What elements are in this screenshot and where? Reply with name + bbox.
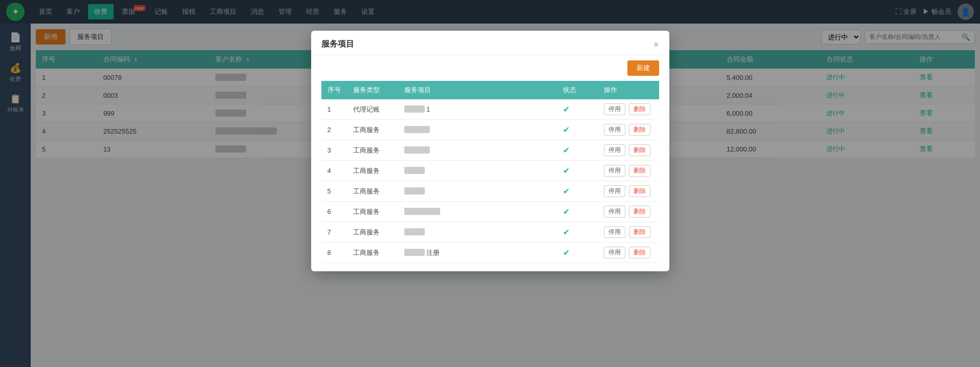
col-type: 服务类型 — [347, 81, 398, 99]
col-item: 服务项目 — [398, 81, 557, 99]
stop-button[interactable]: 停用 — [604, 185, 625, 197]
status-check-icon: ✔ — [563, 125, 570, 134]
service-row: 2 工商服务 ✔ 停用 删除 — [321, 120, 659, 140]
stop-button[interactable]: 停用 — [604, 206, 625, 218]
delete-button[interactable]: 删除 — [629, 247, 650, 258]
blurred-item — [404, 208, 440, 215]
status-check-icon: ✔ — [563, 105, 570, 114]
row-seq: 4 — [321, 161, 347, 181]
row-seq: 2 — [321, 120, 347, 140]
modal-header: 服务项目 × — [311, 31, 669, 55]
service-modal: 服务项目 × 新建 序号 服务类型 服务项目 状态 操作 — [311, 31, 669, 271]
stop-button[interactable]: 停用 — [604, 144, 625, 156]
blurred-item — [404, 167, 425, 174]
delete-button[interactable]: 删除 — [629, 124, 650, 136]
row-item — [398, 222, 557, 243]
stop-button[interactable]: 停用 — [604, 226, 625, 238]
delete-button[interactable]: 删除 — [629, 144, 650, 156]
delete-button[interactable]: 删除 — [629, 206, 650, 218]
row-seq: 1 — [321, 99, 347, 120]
service-row: 6 工商服务 ✔ 停用 删除 — [321, 202, 659, 222]
row-item — [398, 202, 557, 222]
row-type: 工商服务 — [347, 140, 398, 161]
row-item — [398, 181, 557, 202]
stop-button[interactable]: 停用 — [604, 165, 625, 177]
service-row: 3 工商服务 ✔ 停用 删除 — [321, 140, 659, 161]
row-type: 工商服务 — [347, 161, 398, 181]
service-row: 5 工商服务 ✔ 停用 删除 — [321, 181, 659, 202]
col-action: 操作 — [598, 81, 659, 99]
row-seq: 5 — [321, 181, 347, 202]
delete-button[interactable]: 删除 — [629, 185, 650, 197]
row-action: 停用 删除 — [598, 243, 659, 263]
row-status: ✔ — [557, 120, 598, 140]
modal-toolbar: 新建 — [311, 55, 669, 81]
row-seq: 8 — [321, 243, 347, 263]
modal-close-button[interactable]: × — [654, 40, 659, 49]
row-status: ✔ — [557, 243, 598, 263]
row-seq: 7 — [321, 222, 347, 243]
row-seq: 3 — [321, 140, 347, 161]
row-type: 工商服务 — [347, 181, 398, 202]
delete-button[interactable]: 删除 — [629, 226, 650, 238]
row-type: 代理记账 — [347, 99, 398, 120]
delete-button[interactable]: 删除 — [629, 103, 650, 115]
row-action: 停用 删除 — [598, 222, 659, 243]
stop-button[interactable]: 停用 — [604, 124, 625, 136]
service-table-header: 序号 服务类型 服务项目 状态 操作 — [321, 81, 659, 99]
modal-body: 序号 服务类型 服务项目 状态 操作 1 代理记账 1 ✔ 停 — [311, 81, 669, 271]
status-check-icon: ✔ — [563, 146, 570, 155]
row-item: 1 — [398, 99, 557, 120]
blurred-item — [404, 187, 425, 195]
row-seq: 6 — [321, 202, 347, 222]
row-item — [398, 161, 557, 181]
row-action: 停用 删除 — [598, 161, 659, 181]
service-row: 8 工商服务 注册 ✔ 停用 删除 — [321, 243, 659, 263]
row-status: ✔ — [557, 140, 598, 161]
service-table: 序号 服务类型 服务项目 状态 操作 1 代理记账 1 ✔ 停 — [321, 81, 659, 263]
row-action: 停用 删除 — [598, 202, 659, 222]
row-status: ✔ — [557, 99, 598, 120]
row-action: 停用 删除 — [598, 140, 659, 161]
col-status: 状态 — [557, 81, 598, 99]
row-action: 停用 删除 — [598, 99, 659, 120]
blurred-item — [404, 146, 430, 154]
stop-button[interactable]: 停用 — [604, 247, 625, 258]
blurred-item — [404, 126, 430, 133]
status-check-icon: ✔ — [563, 187, 570, 196]
row-status: ✔ — [557, 202, 598, 222]
delete-button[interactable]: 删除 — [629, 165, 650, 177]
row-status: ✔ — [557, 181, 598, 202]
service-row: 1 代理记账 1 ✔ 停用 删除 — [321, 99, 659, 120]
row-status: ✔ — [557, 222, 598, 243]
modal-title: 服务项目 — [321, 39, 354, 50]
row-type: 工商服务 — [347, 202, 398, 222]
blurred-item — [404, 249, 425, 256]
modal-new-button[interactable]: 新建 — [627, 60, 659, 76]
status-check-icon: ✔ — [563, 228, 570, 236]
row-type: 工商服务 — [347, 222, 398, 243]
row-item: 注册 — [398, 243, 557, 263]
row-status: ✔ — [557, 161, 598, 181]
row-type: 工商服务 — [347, 243, 398, 263]
service-row: 7 工商服务 ✔ 停用 删除 — [321, 222, 659, 243]
service-row: 4 工商服务 ✔ 停用 删除 — [321, 161, 659, 181]
status-check-icon: ✔ — [563, 166, 570, 175]
row-item — [398, 120, 557, 140]
status-check-icon: ✔ — [563, 248, 570, 257]
row-type: 工商服务 — [347, 120, 398, 140]
modal-overlay: 服务项目 × 新建 序号 服务类型 服务项目 状态 操作 — [0, 0, 980, 367]
row-action: 停用 删除 — [598, 181, 659, 202]
row-action: 停用 删除 — [598, 120, 659, 140]
col-seq: 序号 — [321, 81, 347, 99]
stop-button[interactable]: 停用 — [604, 103, 625, 115]
blurred-item — [404, 105, 425, 113]
row-item — [398, 140, 557, 161]
blurred-item — [404, 228, 425, 235]
status-check-icon: ✔ — [563, 207, 570, 216]
